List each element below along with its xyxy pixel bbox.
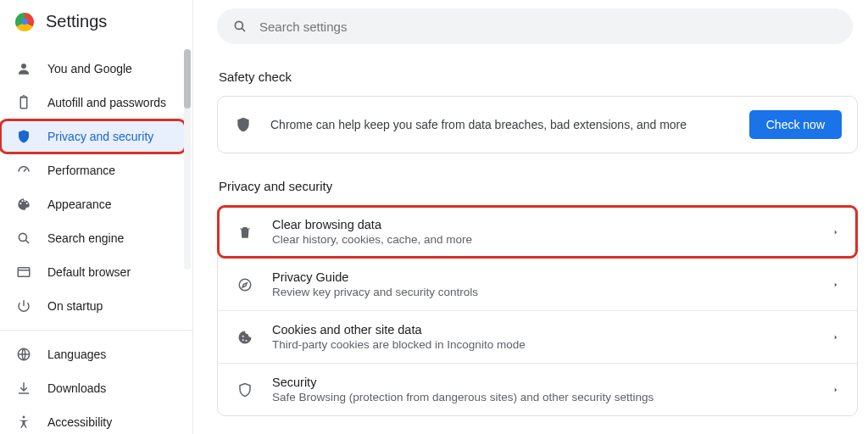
main-content: Safety check Chrome can help keep you sa… xyxy=(193,0,868,434)
power-icon xyxy=(15,298,32,314)
row-title: Clear browsing data xyxy=(272,218,815,231)
svg-point-6 xyxy=(23,416,25,419)
svg-point-9 xyxy=(239,279,251,291)
sidebar-item-privacy-security[interactable]: Privacy and security xyxy=(0,120,186,153)
shield-icon xyxy=(15,129,32,144)
sidebar-nav: You and Google Autofill and passwords Pr… xyxy=(0,43,192,434)
accessibility-icon xyxy=(15,415,32,430)
sidebar-item-label: Languages xyxy=(47,348,106,361)
row-subtitle: Third-party cookies are blocked in Incog… xyxy=(272,338,815,351)
row-title: Cookies and other site data xyxy=(272,323,815,337)
sidebar-item-label: You and Google xyxy=(47,62,132,75)
sidebar-item-label: Default browser xyxy=(47,265,131,279)
chevron-right-icon xyxy=(832,281,840,289)
sidebar-item-accessibility[interactable]: Accessibility xyxy=(0,405,186,434)
sidebar-item-appearance[interactable]: Appearance xyxy=(0,187,186,221)
svg-line-2 xyxy=(25,240,29,243)
chevron-right-icon xyxy=(832,228,840,236)
row-title: Privacy Guide xyxy=(272,270,815,284)
sidebar-item-label: On startup xyxy=(47,299,103,313)
sidebar-item-label: Downloads xyxy=(47,381,106,395)
sidebar-item-search-engine[interactable]: Search engine xyxy=(0,221,186,255)
person-icon xyxy=(15,61,32,76)
chevron-right-icon xyxy=(832,333,840,342)
sidebar-item-downloads[interactable]: Downloads xyxy=(0,371,186,405)
scrollbar-thumb[interactable] xyxy=(184,49,191,108)
privacy-card: Clear browsing data Clear history, cooki… xyxy=(217,205,858,416)
sidebar-item-label: Privacy and security xyxy=(47,130,153,143)
check-now-button[interactable]: Check now xyxy=(749,110,842,139)
search-icon xyxy=(232,19,248,34)
sidebar-item-label: Autofill and passwords xyxy=(47,96,166,109)
row-title: Security xyxy=(272,376,815,389)
safety-check-card: Chrome can help keep you safe from data … xyxy=(217,96,858,153)
svg-point-1 xyxy=(19,233,26,241)
search-bar[interactable] xyxy=(217,8,853,44)
svg-point-0 xyxy=(21,64,26,69)
sidebar-item-label: Performance xyxy=(47,164,115,177)
sidebar-item-performance[interactable]: Performance xyxy=(0,153,186,187)
sidebar-item-default-browser[interactable]: Default browser xyxy=(0,255,186,289)
svg-line-8 xyxy=(242,28,245,31)
shield-icon xyxy=(233,116,253,133)
search-input[interactable] xyxy=(259,19,837,34)
sidebar-header: Settings xyxy=(0,0,192,43)
trash-icon xyxy=(235,225,255,240)
sidebar-item-label: Accessibility xyxy=(47,415,112,429)
speedometer-icon xyxy=(15,163,32,178)
download-icon xyxy=(15,381,32,396)
compass-icon xyxy=(235,277,255,292)
svg-point-7 xyxy=(235,21,242,29)
chevron-right-icon xyxy=(832,386,840,394)
row-subtitle: Review key privacy and security controls xyxy=(272,286,815,298)
row-cookies[interactable]: Cookies and other site data Third-party … xyxy=(218,310,857,363)
privacy-heading: Privacy and security xyxy=(219,179,858,193)
sidebar-item-autofill[interactable]: Autofill and passwords xyxy=(0,86,186,120)
row-privacy-guide[interactable]: Privacy Guide Review key privacy and sec… xyxy=(218,258,857,310)
clipboard-icon xyxy=(15,95,32,110)
row-clear-browsing-data[interactable]: Clear browsing data Clear history, cooki… xyxy=(218,206,857,258)
sidebar-scrollbar[interactable] xyxy=(184,49,191,270)
sidebar-divider xyxy=(0,330,192,331)
sidebar: Settings You and Google Autofill and pas… xyxy=(0,0,193,434)
page-title: Settings xyxy=(46,12,107,31)
sidebar-item-on-startup[interactable]: On startup xyxy=(0,289,186,323)
chrome-logo-icon xyxy=(15,13,34,31)
sidebar-item-label: Search engine xyxy=(47,231,124,245)
row-security[interactable]: Security Safe Browsing (protection from … xyxy=(218,363,857,415)
globe-icon xyxy=(15,347,32,362)
svg-rect-3 xyxy=(18,268,30,277)
safety-check-text: Chrome can help keep you safe from data … xyxy=(270,118,732,131)
row-subtitle: Safe Browsing (protection from dangerous… xyxy=(272,391,815,403)
palette-icon xyxy=(15,197,32,212)
sidebar-item-label: Appearance xyxy=(47,198,112,211)
row-subtitle: Clear history, cookies, cache, and more xyxy=(272,233,815,246)
window-icon xyxy=(15,264,32,280)
sidebar-item-languages[interactable]: Languages xyxy=(0,337,186,371)
safety-check-heading: Safety check xyxy=(219,70,858,84)
shield-outline-icon xyxy=(235,382,255,398)
sidebar-item-you-and-google[interactable]: You and Google xyxy=(0,52,186,86)
cookie-icon xyxy=(235,330,255,345)
search-icon xyxy=(15,231,32,246)
